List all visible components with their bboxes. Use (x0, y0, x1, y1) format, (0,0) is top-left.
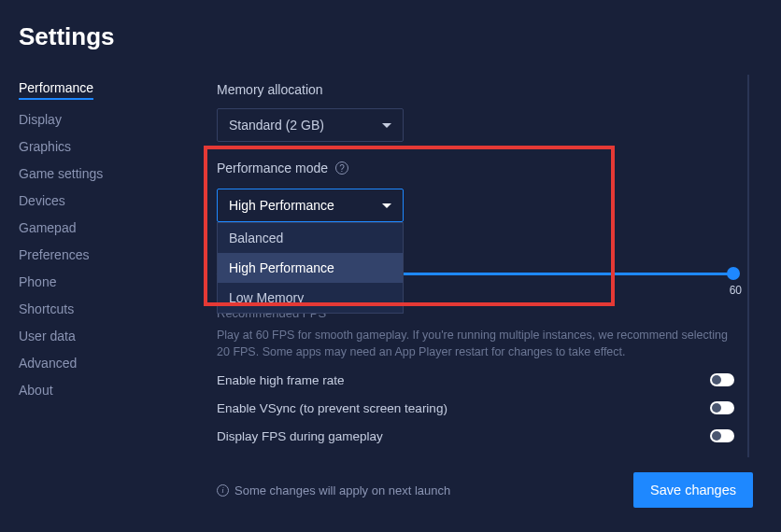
toggle-high-frame-rate[interactable] (710, 373, 734, 386)
sidebar-item-game-settings[interactable]: Game settings (19, 166, 103, 181)
performance-mode-value: High Performance (229, 198, 334, 213)
toggle-display-fps[interactable] (710, 429, 734, 442)
memory-select[interactable]: Standard (2 GB) (217, 108, 404, 142)
info-icon: i (217, 484, 229, 497)
toggle-row-high-frame-rate: Enable high frame rate (217, 366, 734, 394)
dropdown-option-low-memory[interactable]: Low Memory (218, 283, 403, 313)
memory-select-value: Standard (2 GB) (229, 118, 324, 133)
memory-label: Memory allocation (217, 82, 744, 97)
sidebar: Performance Display Graphics Game settin… (0, 75, 187, 532)
sidebar-item-devices[interactable]: Devices (19, 193, 65, 208)
sidebar-item-performance[interactable]: Performance (19, 80, 93, 100)
toggle-label-high-frame-rate: Enable high frame rate (217, 373, 345, 387)
fps-thumb[interactable] (727, 267, 740, 280)
sidebar-item-user-data[interactable]: User data (19, 329, 76, 343)
help-icon[interactable]: ? (335, 161, 348, 175)
sidebar-item-about[interactable]: About (19, 383, 53, 398)
dropdown-option-balanced[interactable]: Balanced (218, 223, 403, 253)
scrollbar[interactable] (747, 75, 749, 457)
chevron-down-icon (382, 123, 391, 128)
performance-mode-label: Performance mode (217, 161, 328, 175)
page-title: Settings (0, 0, 781, 51)
memory-section: Memory allocation Standard (2 GB) (217, 82, 744, 142)
toggle-label-vsync: Enable VSync (to prevent screen tearing) (217, 401, 447, 415)
sidebar-item-shortcuts[interactable]: Shortcuts (19, 301, 74, 316)
toggle-row-vsync: Enable VSync (to prevent screen tearing) (217, 394, 734, 422)
save-changes-button[interactable]: Save changes (633, 472, 753, 508)
sidebar-item-graphics[interactable]: Graphics (19, 139, 71, 154)
sidebar-item-display[interactable]: Display (19, 112, 62, 127)
chevron-down-icon (382, 203, 391, 208)
toggle-label-display-fps: Display FPS during gameplay (217, 429, 383, 443)
performance-mode-section: Performance mode ? High Performance Bala… (217, 161, 744, 222)
fps-help-text: Play at 60 FPS for smooth gameplay. If y… (217, 327, 734, 360)
footer-note-text: Some changes will apply on next launch (234, 483, 450, 497)
footer: i Some changes will apply on next launch… (217, 472, 753, 508)
performance-mode-dropdown: Balanced High Performance Low Memory (217, 222, 404, 314)
dropdown-option-high-performance[interactable]: High Performance (218, 253, 403, 283)
settings-content: Memory allocation Standard (2 GB) Perfor… (187, 75, 781, 532)
toggle-row-display-fps: Display FPS during gameplay (217, 422, 734, 450)
footer-note: i Some changes will apply on next launch (217, 483, 450, 497)
toggle-rows: Enable high frame rate Enable VSync (to … (217, 366, 734, 450)
performance-mode-select[interactable]: High Performance Balanced High Performan… (217, 189, 404, 222)
sidebar-item-gamepad[interactable]: Gamepad (19, 220, 76, 235)
sidebar-item-preferences[interactable]: Preferences (19, 247, 89, 262)
toggle-vsync[interactable] (710, 401, 734, 414)
sidebar-item-phone[interactable]: Phone (19, 274, 56, 289)
sidebar-item-advanced[interactable]: Advanced (19, 356, 77, 371)
fps-value: 60 (730, 284, 742, 297)
